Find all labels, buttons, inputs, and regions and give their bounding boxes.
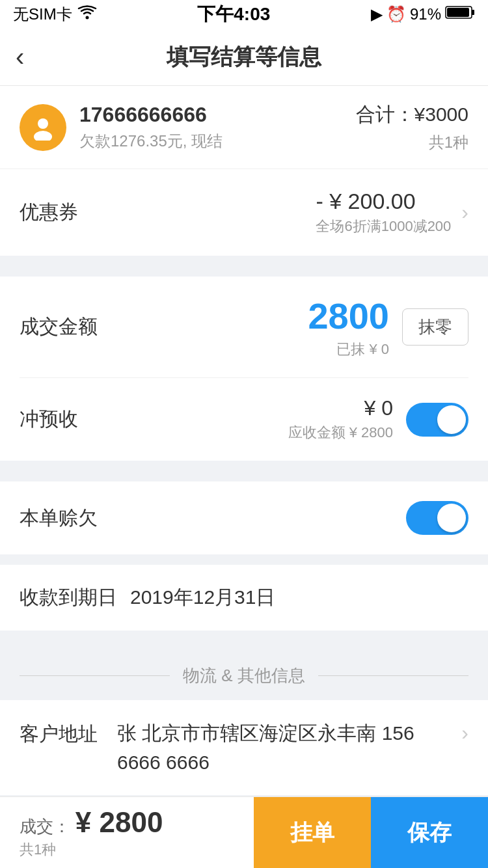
prepay-sub: 应收金额 ¥ 2800	[288, 423, 393, 442]
amount-section: 成交金额 2800 已抹 ¥ 0 抹零 冲预收 ¥ 0 应收金额 ¥ 2800	[0, 277, 488, 461]
content: 17666666666 欠款1276.35元, 现结 合计：¥3000 共1种 …	[0, 86, 488, 868]
address-value: 张 北京市市辖区海淀区永丰南 156 6666 6666	[117, 718, 451, 777]
deal-amount-info: 2800 已抹 ¥ 0	[308, 295, 389, 359]
prepay-label: 冲预收	[20, 406, 78, 433]
deal-amount-row: 成交金额 2800 已抹 ¥ 0 抹零	[20, 277, 468, 378]
coupon-info: - ¥ 200.00 全场6折满1000减200	[316, 189, 451, 236]
status-right: ▶ ⏰ 91%	[371, 5, 475, 23]
due-date-section: 收款到期日 2019年12月31日	[0, 565, 488, 631]
debit-label: 本单赊欠	[20, 505, 98, 532]
location-icon: ▶	[371, 5, 383, 23]
svg-rect-3	[447, 8, 469, 17]
prepay-info: ¥ 0 应收金额 ¥ 2800	[288, 396, 393, 442]
status-time: 下午4:03	[197, 2, 270, 27]
total-label: 合计：	[356, 103, 414, 125]
status-bar: 无SIM卡 下午4:03 ▶ ⏰ 91%	[0, 0, 488, 29]
address-chevron-icon: ›	[461, 718, 468, 745]
debit-section: 本单赊欠	[0, 481, 488, 554]
coupon-right: - ¥ 200.00 全场6折满1000减200 ›	[316, 189, 468, 236]
logistics-divider: 物流 & 其他信息	[0, 651, 488, 700]
coupon-discount: - ¥ 200.00	[316, 189, 451, 214]
bottom-deal-label: 成交：	[20, 817, 70, 836]
prepay-amount: ¥ 0	[364, 396, 393, 420]
bottom-bar: 成交： ¥ 2800 共1种 挂单 保存	[0, 796, 488, 868]
prepay-right: ¥ 0 应收金额 ¥ 2800	[288, 396, 468, 442]
wifi-icon	[77, 5, 97, 23]
bottom-count: 共1种	[20, 840, 234, 860]
avatar	[20, 104, 66, 151]
customer-sub: 欠款1276.35元, 现结	[79, 131, 223, 152]
deal-amount-sub: 已抹 ¥ 0	[308, 340, 389, 359]
prepay-toggle[interactable]	[406, 403, 468, 437]
save-button[interactable]: 保存	[371, 797, 488, 869]
bottom-deal-row: 成交： ¥ 2800	[20, 806, 234, 839]
page-title: 填写结算等信息	[167, 42, 321, 72]
coupon-label: 优惠券	[20, 199, 78, 226]
battery-level: 91%	[410, 5, 441, 23]
address-section[interactable]: 客户地址 张 北京市市辖区海淀区永丰南 156 6666 6666 ›	[0, 700, 488, 795]
alarm-icon: ⏰	[386, 5, 406, 23]
coupon-desc: 全场6折满1000减200	[316, 217, 451, 236]
sim-status: 无SIM卡	[13, 4, 72, 25]
total-amount: 合计：¥3000	[356, 102, 468, 128]
svg-point-4	[38, 118, 48, 129]
coupon-chevron-icon: ›	[461, 200, 468, 224]
bottom-summary: 成交： ¥ 2800 共1种	[0, 806, 254, 860]
prepay-row: 冲预收 ¥ 0 应收金额 ¥ 2800	[20, 378, 468, 461]
battery-icon	[445, 5, 475, 23]
nav-bar: ‹ 填写结算等信息	[0, 29, 488, 86]
customer-row: 17666666666 欠款1276.35元, 现结 合计：¥3000 共1种	[0, 86, 488, 169]
round-button[interactable]: 抹零	[402, 308, 468, 346]
customer-phone: 17666666666	[79, 103, 223, 127]
due-date-value: 2019年12月31日	[130, 584, 275, 611]
address-label: 客户地址	[20, 718, 98, 748]
total-count: 共1种	[356, 132, 468, 153]
divider-line-left	[20, 675, 170, 676]
hang-button[interactable]: 挂单	[254, 797, 371, 869]
gray-divider-3	[0, 641, 488, 651]
svg-point-5	[34, 131, 52, 141]
deal-amount-label: 成交金额	[20, 314, 98, 340]
svg-rect-2	[472, 10, 474, 15]
customer-info: 17666666666 欠款1276.35元, 现结	[79, 103, 223, 152]
svg-point-0	[85, 16, 88, 20]
customer-section: 17666666666 欠款1276.35元, 现结 合计：¥3000 共1种 …	[0, 86, 488, 256]
gray-divider-2	[0, 471, 488, 481]
customer-left: 17666666666 欠款1276.35元, 现结	[20, 103, 223, 152]
deal-amount-right: 2800 已抹 ¥ 0 抹零	[308, 295, 468, 359]
logistics-label: 物流 & 其他信息	[183, 664, 305, 687]
status-left: 无SIM卡	[13, 4, 97, 25]
customer-right: 合计：¥3000 共1种	[356, 102, 468, 153]
debit-toggle[interactable]	[406, 501, 468, 535]
back-button[interactable]: ‹	[16, 42, 24, 72]
deal-amount-value: 2800	[308, 295, 389, 337]
total-value: ¥3000	[414, 103, 468, 125]
bottom-amount: ¥ 2800	[75, 806, 163, 838]
gray-divider-1	[0, 266, 488, 277]
due-date-label: 收款到期日	[20, 584, 117, 611]
divider-line-right	[318, 675, 468, 676]
coupon-row[interactable]: 优惠券 - ¥ 200.00 全场6折满1000减200 ›	[0, 169, 488, 256]
